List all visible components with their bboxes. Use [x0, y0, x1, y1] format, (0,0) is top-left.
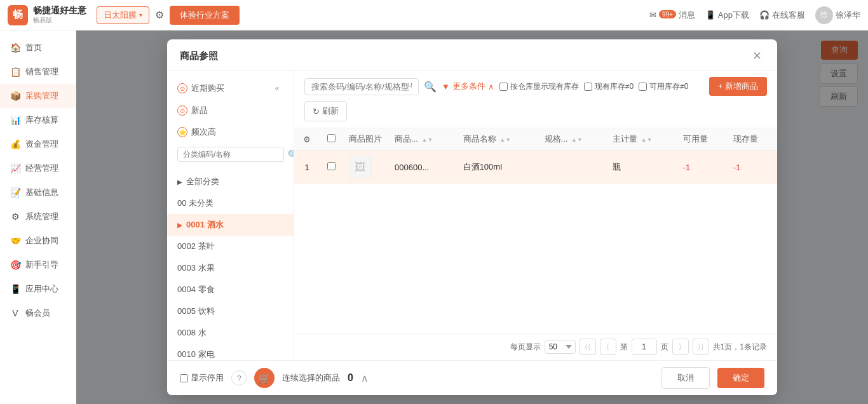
- current-stock-label: 现有库存≠0: [595, 81, 634, 92]
- by-warehouse-checkbox[interactable]: [499, 83, 508, 91]
- content-area: 查询 设置 刷新 商品参照 ✕ ⊙ 近期购买 «: [76, 30, 868, 404]
- table-row[interactable]: 1 🖼: [294, 151, 777, 184]
- col-unit-label: 主计量: [613, 134, 637, 144]
- available-stock-check[interactable]: 可用库存≠0: [639, 81, 688, 92]
- cat-item-0003[interactable]: 0003 水果: [167, 257, 294, 279]
- select-all-checkbox[interactable]: [327, 134, 336, 142]
- cat-item-00[interactable]: 00 未分类: [167, 192, 294, 214]
- cat-item-0005[interactable]: 0005 饮料: [167, 300, 294, 322]
- new-product-nav[interactable]: ⊙ 新品: [167, 100, 294, 121]
- product-search-input[interactable]: [304, 78, 419, 95]
- col-spec-sort[interactable]: ▲▼: [571, 137, 583, 143]
- clock-icon: ⊙: [177, 83, 187, 93]
- page-label: 第: [620, 342, 628, 353]
- settings-col-icon[interactable]: ⚙: [303, 135, 311, 144]
- first-page-button[interactable]: ⟨⟨: [580, 339, 596, 355]
- sidebar-item-vip[interactable]: V 畅会员: [0, 301, 76, 325]
- product-search-button[interactable]: 🔍: [424, 81, 437, 93]
- trial-button[interactable]: 体验行业方案: [170, 6, 240, 25]
- current-stock-checkbox[interactable]: [584, 83, 592, 91]
- cancel-button[interactable]: 取消: [661, 367, 710, 389]
- frequent-nav[interactable]: ⭐ 频次高: [167, 121, 294, 143]
- cat-item-0008[interactable]: 0008 水: [167, 322, 294, 344]
- next-page-button[interactable]: ⟩: [672, 339, 689, 355]
- col-code-sort[interactable]: ▲▼: [421, 137, 433, 143]
- close-icon[interactable]: ✕: [749, 48, 764, 64]
- category-search-input[interactable]: [177, 147, 284, 162]
- col-unit-sort[interactable]: ▲▼: [641, 137, 653, 143]
- page-input[interactable]: [632, 339, 657, 355]
- collapse-cart-icon[interactable]: ∧: [361, 372, 369, 384]
- modal-body: ⊙ 近期购买 « ⊙ 新品 ⭐ 频次高: [167, 71, 777, 360]
- username: 徐泽华: [836, 10, 860, 21]
- confirm-button[interactable]: 确定: [717, 368, 764, 388]
- modal-title: 商品参照: [180, 50, 218, 62]
- chevron-down-icon: ▾: [139, 11, 142, 18]
- by-warehouse-check[interactable]: 按仓库显示现有库存: [499, 81, 579, 92]
- sidebar-item-business[interactable]: 📈 经营管理: [0, 156, 76, 180]
- row-num: 1: [294, 151, 320, 184]
- display-disabled-check[interactable]: 显示停用: [180, 372, 224, 384]
- new-product-label: 新品: [191, 105, 208, 116]
- sidebar-item-sales[interactable]: 📋 销售管理: [0, 60, 76, 84]
- category-search-icon[interactable]: 🔍: [288, 150, 294, 159]
- cat-item-0004[interactable]: 0004 零食: [167, 279, 294, 300]
- per-page-select[interactable]: 10 20 50 100: [545, 340, 576, 354]
- purchase-icon: 📦: [10, 91, 20, 101]
- cat-label-0002: 0002 茶叶: [177, 241, 215, 252]
- available-stock-checkbox[interactable]: [639, 83, 647, 91]
- table-header-row: ⚙ 商品图片: [294, 128, 777, 151]
- col-check: [320, 128, 342, 151]
- service-label: 在线客服: [772, 10, 805, 21]
- row-check[interactable]: [320, 151, 342, 184]
- current-stock-check[interactable]: 现有库存≠0: [584, 81, 634, 92]
- modal-right-panel: 🔍 ▼ 更多条件 ∧ 按仓库显示现有库存: [294, 71, 777, 360]
- sidebar-item-collab[interactable]: 🤝 企业协同: [0, 229, 76, 253]
- help-button[interactable]: ?: [231, 370, 247, 386]
- sidebar-item-basics[interactable]: 📝 基础信息: [0, 180, 76, 205]
- product-available: -1: [683, 163, 691, 172]
- add-product-button[interactable]: + 新增商品: [709, 77, 767, 96]
- cat-label-0008: 0008 水: [177, 327, 207, 339]
- cat-item-0010[interactable]: 0010 家电: [167, 344, 294, 360]
- row-code: 000600...: [388, 151, 457, 184]
- sidebar-item-purchase[interactable]: 📦 采购管理: [0, 84, 76, 108]
- per-page-label: 每页显示: [510, 342, 541, 353]
- sidebar-item-appcenter[interactable]: 📱 应用中心: [0, 277, 76, 301]
- display-disabled-label: 显示停用: [191, 372, 224, 384]
- user-menu[interactable]: 徐 徐泽华: [815, 6, 860, 24]
- sidebar-item-home[interactable]: 🏠 首页: [0, 36, 76, 60]
- app-download-button[interactable]: 📱 App下载: [705, 10, 749, 21]
- by-warehouse-label: 按仓库显示现有库存: [510, 81, 579, 92]
- refresh-modal-button[interactable]: ↻ 刷新: [304, 101, 347, 121]
- sidebar-item-system[interactable]: ⚙ 系统管理: [0, 205, 76, 229]
- col-name-label: 商品名称: [463, 134, 496, 144]
- cart-icon[interactable]: 🛒: [254, 368, 275, 388]
- sidebar-item-inventory[interactable]: 📊 库存核算: [0, 108, 76, 132]
- col-name-sort[interactable]: ▲▼: [499, 137, 511, 143]
- sidebar-item-guide[interactable]: 🎯 新手引导: [0, 253, 76, 277]
- display-disabled-checkbox[interactable]: [180, 374, 188, 382]
- collapse-icon[interactable]: «: [271, 82, 283, 95]
- filter-bar: 🔍 ▼ 更多条件 ∧ 按仓库显示现有库存: [294, 71, 777, 128]
- row-checkbox[interactable]: [327, 162, 336, 170]
- col-spec-label: 规格...: [545, 134, 568, 144]
- recent-purchase-nav[interactable]: ⊙ 近期购买 «: [167, 77, 294, 100]
- recent-purchase-label: 近期购买: [191, 83, 224, 94]
- sidebar: 🏠 首页 📋 销售管理 📦 采购管理 📊 库存核算 💰 资金管理 📈 经营管理 …: [0, 30, 76, 404]
- store-selector[interactable]: 日太阳膜 ▾: [97, 6, 149, 24]
- message-button[interactable]: ✉ 99+ 消息: [649, 10, 695, 21]
- modal-footer: 显示停用 ? 🛒 连续选择的商品 0 ∧ 取消 确定: [167, 360, 777, 395]
- cat-item-0001[interactable]: ▶ 0001 酒水: [167, 214, 294, 236]
- last-page-button[interactable]: ⟩⟩: [693, 339, 709, 355]
- cat-label-0003: 0003 水果: [177, 262, 215, 274]
- row-name: 白酒100ml: [457, 151, 538, 184]
- cat-item-all[interactable]: ▶ 全部分类: [167, 171, 294, 192]
- sidebar-item-finance[interactable]: 💰 资金管理: [0, 132, 76, 156]
- logo-icon: 畅: [8, 5, 28, 25]
- prev-page-button[interactable]: ⟨: [600, 339, 616, 355]
- settings-icon[interactable]: ⚙: [149, 5, 170, 25]
- more-conditions-button[interactable]: ▼ 更多条件 ∧: [442, 81, 494, 92]
- service-button[interactable]: 🎧 在线客服: [759, 10, 805, 21]
- cat-item-0002[interactable]: 0002 茶叶: [167, 236, 294, 257]
